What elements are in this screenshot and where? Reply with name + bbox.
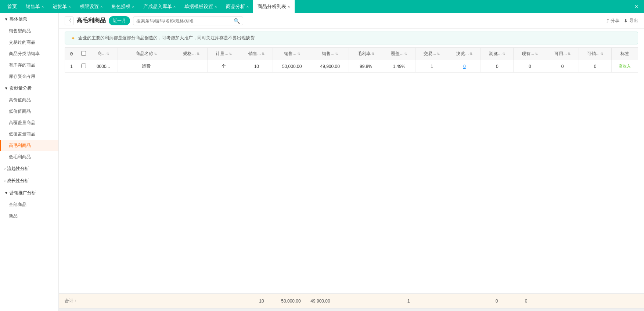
cell-spec [175,60,208,73]
nav-finished-goods[interactable]: 产成品入库单 × [139,0,180,13]
nav-product-analysis-close[interactable]: × [247,4,249,9]
sidebar-group-marketing[interactable]: ▼ 营销推广分析 [0,187,58,199]
sidebar-item-sales-products[interactable]: 销售型商品 [0,25,58,37]
col-view2[interactable]: 浏览...⇅ [481,48,514,60]
info-text: 企业的主要的利润都是这部分商品创造的，可考虑加大推广，同时关注库存是不要出现缺货 [78,35,255,41]
arrow-icon-contribution: ▼ [4,86,8,90]
sidebar-group-marketing-label: 营销推广分析 [10,190,36,196]
col-unit[interactable]: 计量...⇅ [208,48,240,60]
share-label: 分享 [611,18,619,24]
nav-product-analysis-label: 商品分析 [226,3,245,10]
col-code[interactable]: 商...⇅ [89,48,118,60]
close-all-button[interactable]: × [635,3,641,10]
collapse-sidebar-button[interactable]: 《 [65,17,73,25]
sidebar-group-trend[interactable]: › 流趋性分析 [0,163,58,175]
nav-analysis-list-close[interactable]: × [288,4,290,9]
export-icon: ⬇ [624,18,628,23]
nav-permissions-close[interactable]: × [100,4,102,9]
col-sales-profit[interactable]: 销售...⇅ [311,48,349,60]
arrow-icon-marketing: ▼ [4,191,8,195]
nav-template-label: 单据模板设置 [184,3,213,10]
sidebar-item-in-stock[interactable]: 有库存的商品 [0,59,58,71]
sidebar-item-category-rate[interactable]: 商品分类助销率 [0,48,58,59]
nav-sales[interactable]: 销售单 × [21,0,48,13]
filter-recent-month-button[interactable]: 近一月 [109,16,130,25]
sidebar-group-contribution[interactable]: ▼ 贡献量分析 [0,82,58,94]
nav-finished-goods-close[interactable]: × [173,4,176,9]
sidebar-group-overall-label: 整体信息 [10,16,27,22]
nav-purchase[interactable]: 进货单 × [48,0,75,13]
header-actions: ⤴ 分享 ⬇ 导出 [607,18,638,24]
search-icon[interactable]: 🔍 [234,18,240,24]
nav-sales-close[interactable]: × [42,4,44,9]
sidebar-items-marketing: 全部商品 新品 [0,199,58,222]
col-gross-margin[interactable]: 毛利率⇅ [349,48,383,60]
col-name[interactable]: 商品名称⇅ [118,48,175,60]
sidebar-item-low-margin[interactable]: 低毛利商品 [0,151,58,163]
footer-current-stock: 0 [482,299,511,304]
sidebar-item-traded-products[interactable]: 交易过的商品 [0,37,58,48]
col-sales-amt[interactable]: 销售...⇅ [273,48,311,60]
col-tag[interactable]: 标签 [612,48,638,60]
col-available[interactable]: 可用...⇅ [546,48,579,60]
share-button[interactable]: ⤴ 分享 [607,18,619,24]
sidebar-items-overall: 销售型商品 交易过的商品 商品分类助销率 有库存的商品 库存资金占用 [0,25,58,82]
nav-product-analysis[interactable]: 商品分析 × [222,0,253,13]
cell-coverage: 1.49% [383,60,415,73]
sidebar-item-low-value[interactable]: 低价值商品 [0,106,58,117]
nav-template[interactable]: 单据模板设置 × [180,0,221,13]
main-layout: ▼ 整体信息 销售型商品 交易过的商品 商品分类助销率 有库存的商品 库存资金占… [0,13,644,311]
cell-gross-margin: 99.8% [349,60,383,73]
nav-roles[interactable]: 角色授权 × [107,0,138,13]
nav-permissions[interactable]: 权限设置 × [75,0,107,13]
nav-template-close[interactable]: × [215,4,217,9]
export-button[interactable]: ⬇ 导出 [624,18,638,24]
top-navigation: 首页 销售单 × 进货单 × 权限设置 × 角色授权 × 产成品入库单 × 单据… [0,0,644,13]
horizontal-scrollbar[interactable] [59,308,644,311]
cell-sales-amt: 50,000.00 [273,60,311,73]
sidebar-item-high-value[interactable]: 高价值商品 [0,94,58,106]
data-table: ⚙ 商...⇅ 商品名称⇅ 规格...⇅ 计量...⇅ 销售...⇅ 销售...… [65,47,638,73]
nav-home[interactable]: 首页 [3,0,21,13]
col-trade[interactable]: 交易...⇅ [415,48,448,60]
col-sales-qty[interactable]: 销售...⇅ [240,48,273,60]
sidebar-group-growth[interactable]: › 成长性分析 [0,175,58,187]
info-icon: ✦ [71,35,75,41]
footer-trade: 1 [394,299,423,304]
arrow-icon-trend: › [4,167,6,171]
cell-index: 1 [65,60,78,73]
col-current-stock[interactable]: 现有...⇅ [514,48,546,60]
sidebar-group-growth-label: 成长性分析 [7,178,29,184]
table-header: ⚙ 商...⇅ 商品名称⇅ 规格...⇅ 计量...⇅ 销售...⇅ 销售...… [65,48,638,60]
cell-sales-profit: 49,900.00 [311,60,349,73]
info-banner: ✦ 企业的主要的利润都是这部分商品创造的，可考虑加大推广，同时关注库存是不要出现… [65,32,638,44]
col-view1[interactable]: 浏览...⇅ [448,48,481,60]
nav-purchase-close[interactable]: × [68,4,71,9]
col-settings[interactable]: ⚙ [65,48,78,60]
sidebar-item-all-products[interactable]: 全部商品 [0,199,58,210]
sidebar-item-stock-capital[interactable]: 库存资金占用 [0,71,58,82]
row-checkbox[interactable] [81,64,86,68]
col-coverage[interactable]: 覆盖...⇅ [383,48,415,60]
select-all-checkbox[interactable] [81,51,86,56]
footer-sales-qty: 10 [247,299,276,304]
sidebar-item-new-products[interactable]: 新品 [0,210,58,222]
col-saleable[interactable]: 可销...⇅ [579,48,612,60]
nav-roles-close[interactable]: × [132,4,134,9]
nav-analysis-list[interactable]: 商品分析列表 × [253,0,294,13]
sidebar-item-high-margin[interactable]: 高毛利商品 [0,140,58,151]
content-area: 《 高毛利商品 近一月 🔍 ⤴ 分享 ⬇ 导出 ✦ 企业的主要 [59,13,644,311]
cell-checkbox[interactable] [78,60,89,73]
cell-tag: 高收入 [612,60,638,73]
search-box[interactable]: 🔍 [133,17,243,25]
col-checkbox[interactable] [78,48,89,60]
cell-name: 运费 [118,60,175,73]
sidebar-item-low-coverage[interactable]: 低覆盖量商品 [0,129,58,140]
col-spec[interactable]: 规格...⇅ [175,48,208,60]
table-row: 1 0000... 运费 个 10 50,000.00 49,900.00 99… [65,60,638,73]
sidebar-items-contribution: 高价值商品 低价值商品 高覆盖量商品 低覆盖量商品 高毛利商品 低毛利商品 [0,94,58,163]
cell-view1[interactable]: 0 [448,60,481,73]
search-input[interactable] [136,18,234,23]
sidebar-group-overall[interactable]: ▼ 整体信息 [0,13,58,25]
sidebar-item-high-coverage[interactable]: 高覆盖量商品 [0,117,58,129]
